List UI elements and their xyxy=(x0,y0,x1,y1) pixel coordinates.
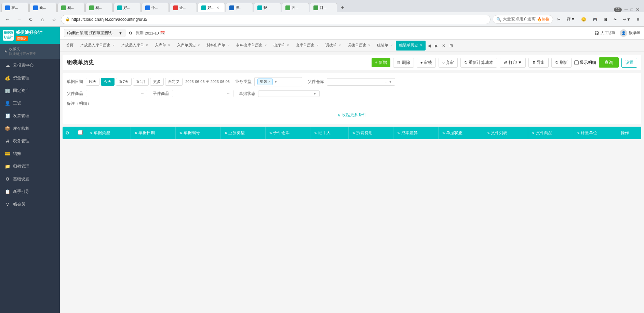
sort-icon-biz[interactable]: ⇅ xyxy=(225,131,227,135)
tab-close-9[interactable]: × xyxy=(339,43,341,47)
custom-date-btn[interactable]: 自定义 xyxy=(165,78,183,86)
new-tab-button[interactable]: + xyxy=(338,3,347,12)
export-button[interactable]: ⬆ 导出 xyxy=(528,58,549,68)
tab-close-12[interactable]: × xyxy=(420,43,422,47)
sidebar-item-archive[interactable]: 📁 归档管理 xyxy=(0,160,60,173)
browser-tab-7[interactable]: 好... ✕ xyxy=(198,3,225,12)
browser-tab-close-7[interactable]: ✕ xyxy=(216,6,219,10)
translate-btn[interactable]: 译▼ xyxy=(565,15,577,23)
sidebar-item-reports[interactable]: ☁ 云报表中心 xyxy=(0,59,60,72)
company-selector[interactable]: (勿删勿禁用) 江西服宝测试专用 ▼ xyxy=(64,29,125,37)
browser-tab-6[interactable]: 企... xyxy=(170,3,197,12)
consult-button[interactable]: 🎧 人工咨询 xyxy=(594,30,616,35)
close-button[interactable]: ✕ xyxy=(636,7,640,12)
display-detail-checkbox[interactable] xyxy=(574,60,579,65)
sidebar-item-settle[interactable]: 💳 结账 xyxy=(0,147,60,160)
reload-button[interactable]: ↻ xyxy=(26,15,36,24)
game-btn[interactable]: 🎮 xyxy=(590,16,600,23)
sidebar-item-settings[interactable]: ⚙ 基础设置 xyxy=(0,173,60,185)
refresh-button[interactable]: ↻ 刷新 xyxy=(551,58,572,68)
select-all-checkbox[interactable] xyxy=(78,130,83,135)
sort-icon-cw[interactable]: ⇅ xyxy=(269,131,272,135)
brightness-btn[interactable]: ☀ xyxy=(611,16,619,23)
today-btn[interactable]: 今天 xyxy=(101,78,115,86)
warehouse-more-icon[interactable]: ··· xyxy=(385,80,389,84)
tab-outbound-history[interactable]: 出库单历史 × xyxy=(292,41,322,51)
print-button[interactable]: 🖨 打印 ▼ xyxy=(500,58,526,68)
delete-button[interactable]: 🗑 删除 xyxy=(393,58,414,68)
tab-transfer[interactable]: 调拨单 × xyxy=(322,41,344,51)
sort-icon-fee[interactable]: ⇅ xyxy=(352,131,355,135)
home-button[interactable]: ⌂ xyxy=(38,15,47,24)
1month-btn[interactable]: 近1月 xyxy=(133,78,149,86)
tab-assembly-history[interactable]: 组装单历史 × xyxy=(396,41,426,51)
tab-close-7[interactable]: × xyxy=(287,43,289,47)
sort-icon-cost[interactable]: ⇅ xyxy=(397,131,400,135)
more-date-btn[interactable]: 更多 xyxy=(150,78,164,86)
browser-tab-8[interactable]: 腾... xyxy=(226,3,253,12)
tab-close-2[interactable]: × xyxy=(146,43,148,47)
tab-nav-right[interactable]: ▶ xyxy=(433,42,440,49)
warehouse-dropdown-icon[interactable]: ▼ xyxy=(389,80,392,84)
tab-finished-goods-history[interactable]: 产成品入库单历史 × xyxy=(77,41,118,51)
sidebar-item-salary[interactable]: 👤 工资 xyxy=(0,97,60,110)
favorites-section[interactable]: ★ 收藏夹 快捷键打开收藏夹 xyxy=(0,44,60,59)
status-dropdown[interactable]: ▼ xyxy=(258,90,320,97)
tab-close-all[interactable]: ✕ xyxy=(440,42,447,49)
tab-close-8[interactable]: × xyxy=(317,43,319,47)
parent-goods-more-icon[interactable]: ··· xyxy=(141,91,144,96)
address-bar[interactable]: 🔒 https://cloud.chanjet.com/accounting/u… xyxy=(61,15,491,24)
forward-button[interactable]: → xyxy=(14,15,24,24)
tab-nav-left[interactable]: ◀ xyxy=(426,42,433,49)
search-bar[interactable]: 🔍 大量安卓用户逃离 🔥热搜 xyxy=(493,15,553,24)
add-button[interactable]: + 新增 xyxy=(372,58,390,67)
biz-type-dropdown-icon[interactable]: ▼ xyxy=(274,80,278,84)
emoji-btn[interactable]: 😊 xyxy=(579,16,588,23)
abandon-button[interactable]: ○ 弃审 xyxy=(439,58,458,68)
grid-btn[interactable]: ⊞ xyxy=(602,16,609,23)
settings-icon-area[interactable]: ⚙ xyxy=(129,31,133,35)
sort-icon-pl[interactable]: ⇅ xyxy=(487,131,490,135)
tab-transfer-history[interactable]: 调拨单历史 × xyxy=(344,41,374,51)
browser-tab-4[interactable]: 好... xyxy=(113,3,141,12)
audit-button[interactable]: ● 审核 xyxy=(417,58,436,68)
undo-btn[interactable]: ↩▼ xyxy=(621,16,633,23)
tab-inbound[interactable]: 入库单 × xyxy=(151,41,174,51)
tab-more[interactable]: ⊞ xyxy=(447,42,455,49)
sidebar-item-inventory[interactable]: 📦 库存核算 xyxy=(0,122,60,135)
tab-outbound[interactable]: 出库单 × xyxy=(270,41,292,51)
tag-remove-btn[interactable]: × xyxy=(268,80,270,84)
sidebar-item-tax[interactable]: 🖨 税务管理 xyxy=(0,135,60,147)
tab-close-5[interactable]: × xyxy=(227,43,229,47)
sort-icon-status[interactable]: ⇅ xyxy=(442,131,445,135)
display-detail-toggle[interactable]: 显示明细 xyxy=(574,60,596,66)
browser-tab-11[interactable]: 目... xyxy=(310,3,337,12)
query-button[interactable]: 查询 xyxy=(599,57,619,68)
sort-icon-unit[interactable]: ⇅ xyxy=(577,131,580,135)
tab-close-1[interactable]: × xyxy=(112,43,115,47)
tab-assembly[interactable]: 组装单 × xyxy=(374,41,396,51)
sort-icon-number[interactable]: ⇅ xyxy=(179,131,182,135)
status-dropdown-icon[interactable]: ▼ xyxy=(313,92,317,96)
sort-icon-date[interactable]: ⇅ xyxy=(135,131,137,135)
yesterday-btn[interactable]: 昨天 xyxy=(86,78,99,86)
sidebar-item-funds[interactable]: 💰 资金管理 xyxy=(0,72,60,84)
browser-tab-1[interactable]: 新... xyxy=(29,3,57,12)
calendar-icon[interactable]: 📅 xyxy=(160,31,165,35)
sidebar-item-guide[interactable]: 📋 新手引导 xyxy=(0,185,60,198)
browser-tab-0[interactable]: 在... xyxy=(1,3,29,12)
column-settings-icon[interactable]: ⚙ xyxy=(65,130,69,136)
tab-close-4[interactable]: × xyxy=(198,43,200,47)
7days-btn[interactable]: 近7天 xyxy=(116,78,132,86)
sort-icon-handler[interactable]: ⇅ xyxy=(314,131,317,135)
browser-tab-2[interactable]: 易... xyxy=(57,3,85,12)
parent-warehouse-input[interactable]: ··· ▼ xyxy=(327,78,395,86)
child-goods-more-icon[interactable]: ··· xyxy=(227,91,230,96)
cut-btn[interactable]: ✂ xyxy=(555,16,563,23)
sort-icon-pg[interactable]: ⇅ xyxy=(532,131,535,135)
sidebar-item-fixed-assets[interactable]: 🏢 固定资产 xyxy=(0,84,60,97)
tab-close-11[interactable]: × xyxy=(390,43,392,47)
minimize-button[interactable]: ─ xyxy=(625,7,628,12)
browser-tab-3[interactable]: 易... xyxy=(85,3,113,12)
bookmark-button[interactable]: ☆ xyxy=(49,15,59,24)
